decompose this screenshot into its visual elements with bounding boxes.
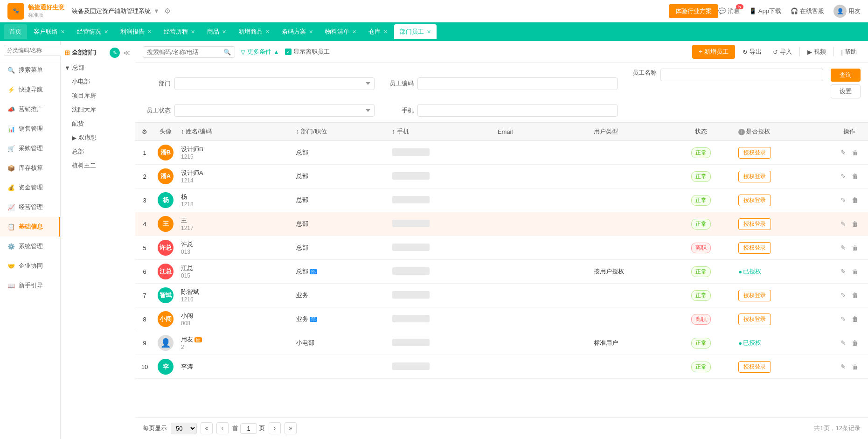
tab-department[interactable]: 部门员工 ✕ — [394, 24, 437, 39]
auth-button[interactable]: 授权登录 — [738, 195, 771, 206]
tab-warehouse[interactable]: 仓库 ✕ — [363, 24, 393, 39]
edit-button[interactable]: ✎ — [840, 195, 847, 205]
tab-close-operations[interactable]: ✕ — [104, 29, 108, 35]
tab-history[interactable]: 经营历程 ✕ — [158, 24, 201, 39]
tree-item-shuang[interactable]: ▶ 双虑想 — [61, 131, 135, 145]
sidebar-item-quicknav[interactable]: ⚡ 快捷导航 — [0, 80, 60, 99]
next-page-button[interactable]: › — [269, 422, 281, 434]
edit-button[interactable]: ✎ — [840, 267, 847, 276]
delete-button[interactable]: 🗑 — [851, 219, 859, 229]
tab-material[interactable]: 物料清单 ✕ — [319, 24, 362, 39]
tree-item-xiaodianbu[interactable]: 小电部 — [61, 75, 135, 89]
edit-button[interactable]: ✎ — [840, 172, 847, 181]
tab-close-add-product[interactable]: ✕ — [265, 29, 270, 35]
edit-button[interactable]: ✎ — [840, 314, 847, 324]
tree-item-peihuo[interactable]: 配货 — [61, 117, 135, 131]
sidebar-item-business[interactable]: 📈 经营管理 — [0, 197, 60, 217]
edit-button[interactable]: ✎ — [840, 291, 847, 300]
delete-button[interactable]: 🗑 — [851, 314, 859, 324]
tab-close-product[interactable]: ✕ — [222, 29, 226, 35]
tree-item-zongbu-root[interactable]: ▼ 总部 — [61, 61, 135, 75]
show-resigned-checkbox[interactable] — [285, 49, 292, 55]
tab-close-department[interactable]: ✕ — [427, 29, 431, 35]
auth-button[interactable]: 授权登录 — [738, 290, 771, 301]
tree-collapse-button[interactable]: ≪ — [122, 48, 131, 57]
auth-button[interactable]: 授权登录 — [738, 361, 771, 373]
filter-dept-select[interactable] — [174, 77, 375, 90]
auth-button[interactable]: 授权登录 — [738, 218, 771, 230]
user-avatar[interactable]: 👤 用友 — [833, 5, 861, 18]
tab-close-barcode[interactable]: ✕ — [309, 29, 313, 35]
tab-add-product[interactable]: 新增商品 ✕ — [233, 24, 275, 39]
first-page-button[interactable]: « — [201, 422, 213, 434]
filter-phone-input[interactable] — [417, 104, 618, 117]
page-input[interactable] — [240, 423, 257, 434]
sidebar-item-collab[interactable]: 🤝 企业协同 — [0, 256, 60, 276]
edit-button[interactable]: ✎ — [840, 243, 847, 252]
delete-button[interactable]: 🗑 — [851, 148, 859, 157]
sidebar-item-guide[interactable]: 📖 新手引导 — [0, 276, 60, 295]
last-page-button[interactable]: » — [285, 422, 297, 434]
tab-home[interactable]: 首页 — [4, 24, 27, 39]
search-input[interactable] — [147, 49, 222, 56]
tree-item-xiangmu[interactable]: 项目库房 — [61, 89, 135, 103]
show-resigned-checkbox-label[interactable]: 显示离职员工 — [285, 48, 330, 56]
sidebar-item-inventory[interactable]: 📦 库存核算 — [0, 158, 60, 178]
sidebar-item-search[interactable]: 🔍 搜索菜单 — [0, 60, 60, 80]
search-icon[interactable]: 🔍 — [223, 49, 231, 56]
tab-close-material[interactable]: ✕ — [352, 29, 356, 35]
auth-button[interactable]: 授权登录 — [738, 314, 771, 325]
th-phone[interactable]: ↕ 手机 — [389, 123, 494, 141]
add-employee-button[interactable]: + 新增员工 — [692, 45, 735, 59]
tab-product[interactable]: 商品 ✕ — [201, 24, 232, 39]
sidebar-item-sales[interactable]: 📊 销售管理 — [0, 119, 60, 139]
tab-close-history[interactable]: ✕ — [191, 29, 195, 35]
filter-empname-input[interactable] — [660, 69, 823, 81]
tab-close-customer[interactable]: ✕ — [61, 29, 65, 35]
sidebar-item-finance[interactable]: 💰 资金管理 — [0, 178, 60, 197]
delete-button[interactable]: 🗑 — [851, 195, 859, 205]
edit-button[interactable]: ✎ — [840, 219, 847, 229]
sidebar-item-system[interactable]: ⚙️ 系统管理 — [0, 237, 60, 256]
system-dropdown-icon[interactable]: ▼ — [153, 7, 160, 14]
delete-button[interactable]: 🗑 — [851, 338, 859, 348]
th-name[interactable]: ↕ 姓名/编码 — [177, 123, 292, 141]
delete-button[interactable]: 🗑 — [851, 172, 859, 181]
tab-customer[interactable]: 客户联络 ✕ — [28, 24, 70, 39]
video-button[interactable]: ▶ 视频 — [804, 46, 830, 58]
delete-button[interactable]: 🗑 — [851, 362, 859, 371]
edit-button[interactable]: ✎ — [840, 362, 847, 371]
more-filter-button[interactable]: ▽ 更多条件 ▲ — [241, 48, 279, 56]
sidebar-item-marketing[interactable]: 📣 营销推广 — [0, 99, 60, 119]
online-service-button[interactable]: 🎧 在线客服 — [791, 7, 824, 15]
tab-close-warehouse[interactable]: ✕ — [383, 29, 388, 35]
sidebar-item-purchase[interactable]: 🛒 采购管理 — [0, 139, 60, 158]
th-dept[interactable]: ↕ 部门/职位 — [292, 123, 389, 141]
delete-button[interactable]: 🗑 — [851, 267, 859, 276]
tab-profit[interactable]: 利润报告 ✕ — [115, 24, 157, 39]
tab-close-profit[interactable]: ✕ — [147, 29, 152, 35]
delete-button[interactable]: 🗑 — [851, 243, 859, 252]
sidebar-item-basics[interactable]: 📋 基础信息 — [0, 217, 60, 237]
trial-button[interactable]: 体验行业方案 — [669, 4, 718, 18]
tree-item-zongbu-sub[interactable]: 总部 — [61, 145, 135, 159]
tree-item-zhishu[interactable]: 植树王二 — [61, 159, 135, 173]
reset-button[interactable]: 设置 — [831, 84, 861, 98]
filter-status-select[interactable] — [174, 104, 375, 117]
edit-button[interactable]: ✎ — [840, 148, 847, 157]
tree-edit-button[interactable]: ✎ — [110, 48, 120, 58]
tab-operations[interactable]: 经营情况 ✕ — [71, 24, 114, 39]
export-button[interactable]: ↻ 导出 — [739, 46, 765, 58]
auth-button[interactable]: 授权登录 — [738, 242, 771, 254]
per-page-select[interactable]: 50 100 — [171, 423, 197, 434]
auth-button[interactable]: 授权登录 — [738, 171, 771, 182]
import-button[interactable]: ↺ 导入 — [769, 46, 796, 58]
prev-page-button[interactable]: ‹ — [216, 422, 229, 434]
message-button[interactable]: 💬 消息 5 — [718, 7, 740, 15]
tree-item-shenyang[interactable]: 沈阳大库 — [61, 103, 135, 117]
app-download-button[interactable]: 📱 App下载 — [749, 7, 781, 15]
help-button[interactable]: | 帮助 — [838, 46, 861, 58]
tab-barcode[interactable]: 条码方案 ✕ — [276, 24, 319, 39]
auth-button[interactable]: 授权登录 — [738, 147, 771, 159]
query-button[interactable]: 查询 — [831, 69, 861, 82]
